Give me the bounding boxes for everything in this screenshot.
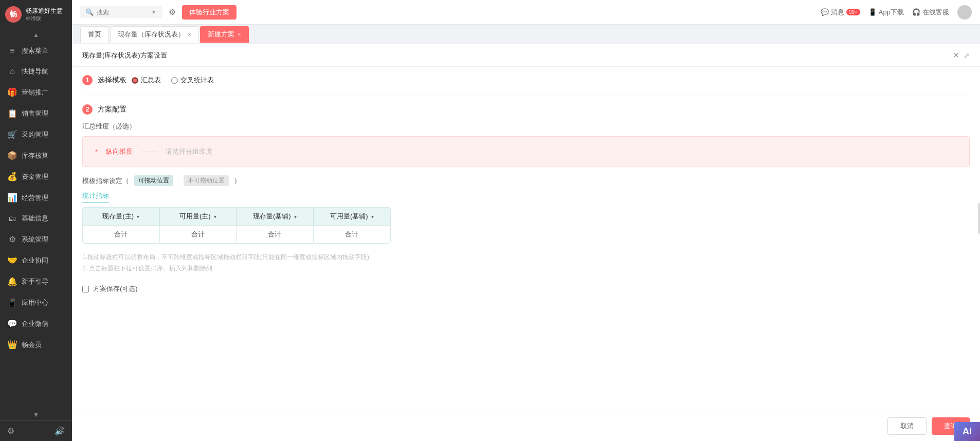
sidebar-item-quick-nav[interactable]: ⌂ 快捷导航 xyxy=(0,61,72,82)
sidebar-item-label: 销售管理 xyxy=(22,109,48,118)
tab-new-plan[interactable]: 新建方案 × xyxy=(200,26,249,43)
stats-table-row-0: 合计 合计 合计 合计 xyxy=(83,225,390,243)
col-header-1[interactable]: 可用量(主) ▾ xyxy=(160,208,237,225)
col-label-0: 现存量(主) xyxy=(102,212,134,221)
radio-crosstab[interactable]: 交叉统计表 xyxy=(171,76,214,85)
sidebar-item-label: 基础信息 xyxy=(22,214,48,223)
messages-action[interactable]: 💬 消息 99+ xyxy=(821,8,860,17)
col-label-2: 现存量(基辅) xyxy=(253,212,291,221)
audio-icon[interactable]: 🔊 xyxy=(55,426,65,436)
panel-body: 1 选择模板 汇总表 交叉统计表 xyxy=(72,67,980,411)
sidebar-item-label: 采购管理 xyxy=(22,130,48,139)
radio-crosstab-label: 交叉统计表 xyxy=(180,76,214,85)
dimension-placeholder[interactable]: 请选择分组维度 xyxy=(166,147,212,156)
trial-button[interactable]: 体验行业方案 xyxy=(182,5,237,20)
sidebar-item-label: 系统管理 xyxy=(22,235,48,244)
dimension-label-text: 汇总维度（必选） xyxy=(82,122,136,130)
tab-inventory-status-label: 现存量（库存状况表） xyxy=(118,30,185,39)
template-radio-group: 汇总表 交叉统计表 xyxy=(132,76,214,85)
save-option: 方案保存(可选) xyxy=(82,284,970,293)
step1-header: 1 选择模板 汇总表 交叉统计表 xyxy=(82,75,970,85)
sidebar-item-label: 资金管理 xyxy=(22,172,48,181)
tab-inventory-status[interactable]: 现存量（库存状况表） × xyxy=(110,26,199,43)
online-service-label: 在线客服 xyxy=(922,8,949,17)
col-header-2[interactable]: 现存量(基辅) ▾ xyxy=(237,208,314,225)
sidebar-item-basic-info[interactable]: 🗂 基础信息 xyxy=(0,208,72,229)
header-gear-icon[interactable]: ⚙ xyxy=(169,7,176,17)
sidebar-item-newbie[interactable]: 🔔 新手引导 xyxy=(0,271,72,292)
save-checkbox[interactable] xyxy=(82,286,89,292)
tab-home-label: 首页 xyxy=(88,30,101,39)
sidebar-item-label: 企业协同 xyxy=(22,256,48,265)
save-option-label: 方案保存(可选) xyxy=(93,284,138,293)
tab-bar: 首页 现存量（库存状况表） × 新建方案 × xyxy=(72,25,980,44)
tab-home[interactable]: 首页 xyxy=(80,26,109,43)
sidebar-item-search-menu[interactable]: ≡ 搜索菜单 xyxy=(0,41,72,61)
sidebar-item-sales[interactable]: 📋 销售管理 xyxy=(0,103,72,124)
tip-1: 2. 点击标题栏下拉可设置排序、插入列和删除列 xyxy=(82,263,970,274)
messages-label: 消息 xyxy=(831,8,844,17)
sidebar-item-purchase[interactable]: 🛒 采购管理 xyxy=(0,124,72,145)
sidebar-item-member[interactable]: 👑 畅会员 xyxy=(0,334,72,355)
sidebar-item-cooperation[interactable]: 🤝 企业协同 xyxy=(0,250,72,271)
search-dropdown-arrow[interactable]: ▼ xyxy=(151,9,156,15)
ai-badge[interactable]: Ai xyxy=(954,422,980,441)
radio-summary-input[interactable] xyxy=(132,77,138,84)
col-header-3[interactable]: 可用量(基辅) ▾ xyxy=(314,208,391,225)
radio-summary-label: 汇总表 xyxy=(141,76,161,85)
header-left: 🔍 ▼ ⚙ 体验行业方案 xyxy=(80,5,237,20)
col-arrow-1[interactable]: ▾ xyxy=(214,214,216,219)
panel-close-button[interactable]: ✕ xyxy=(953,50,959,60)
app-name: 畅康通好生意 xyxy=(26,7,63,15)
sidebar-scroll-down[interactable]: ▼ xyxy=(0,409,72,420)
tab-inventory-close-icon[interactable]: × xyxy=(188,31,191,38)
radio-crosstab-input[interactable] xyxy=(171,77,178,84)
sidebar-item-finance[interactable]: 💰 资金管理 xyxy=(0,166,72,187)
sidebar-item-marketing[interactable]: 🎁 营销推广 xyxy=(0,82,72,103)
footer-bar: 取消 查询 xyxy=(72,411,980,441)
col-arrow-3[interactable]: ▾ xyxy=(371,214,374,219)
sidebar-item-app-center[interactable]: 📱 应用中心 xyxy=(0,292,72,313)
sidebar-item-inventory[interactable]: 📦 库存核算 xyxy=(0,145,72,166)
user-avatar[interactable] xyxy=(957,5,972,20)
sidebar-item-label: 新手引导 xyxy=(22,277,48,286)
cell-0-3: 合计 xyxy=(314,226,391,243)
messages-badge: 99+ xyxy=(846,9,860,15)
sidebar-item-wechat[interactable]: 💬 企业微信 xyxy=(0,313,72,334)
dimension-row: * 纵向维度 —— 请选择分组维度 xyxy=(95,147,957,156)
headset-icon: 🎧 xyxy=(912,8,920,16)
col-arrow-0[interactable]: ▾ xyxy=(137,214,139,219)
online-service-action[interactable]: 🎧 在线客服 xyxy=(912,8,949,17)
step2-title: 方案配置 xyxy=(98,105,126,114)
panel-actions: ✕ ⤢ xyxy=(953,50,970,60)
app-download-action[interactable]: 📱 App下载 xyxy=(868,8,904,17)
stats-table-header: 现存量(主) ▾ 可用量(主) ▾ 现存量(基辅) ▾ xyxy=(83,208,390,225)
handshake-icon: 🤝 xyxy=(7,255,17,265)
panel-expand-button[interactable]: ⤢ xyxy=(964,50,970,60)
col-arrow-2[interactable]: ▾ xyxy=(294,214,297,219)
sidebar-scroll-up[interactable]: ▲ xyxy=(0,29,72,41)
dimension-section-label: 汇总维度（必选） xyxy=(82,122,970,131)
sidebar-item-label: 搜索菜单 xyxy=(22,46,48,56)
phone-icon: 📱 xyxy=(7,298,17,307)
clipboard-icon: 📋 xyxy=(7,108,17,118)
logo-icon: 畅 xyxy=(5,6,22,23)
cell-0-2: 合计 xyxy=(237,226,314,243)
radio-summary[interactable]: 汇总表 xyxy=(132,76,161,85)
search-input[interactable] xyxy=(97,9,148,16)
step2-header: 2 方案配置 xyxy=(82,104,970,115)
tab-new-plan-close-icon[interactable]: × xyxy=(238,31,241,38)
top-header: 🔍 ▼ ⚙ 体验行业方案 💬 消息 99+ 📱 App下载 🎧 在线客服 xyxy=(72,0,980,25)
sidebar-item-system[interactable]: ⚙ 系统管理 xyxy=(0,229,72,250)
cancel-button[interactable]: 取消 xyxy=(887,417,927,435)
side-scroll-indicator xyxy=(978,203,980,234)
cell-0-1: 合计 xyxy=(160,226,237,243)
separator: —— xyxy=(141,147,157,156)
search-bar[interactable]: 🔍 ▼ xyxy=(80,6,162,18)
panel-title: 现存量(库存状况表)方案设置 xyxy=(82,51,167,60)
col-header-0[interactable]: 现存量(主) ▾ xyxy=(83,208,160,225)
phone-icon: 📱 xyxy=(868,8,877,16)
sidebar-item-operation[interactable]: 📊 经营管理 xyxy=(0,187,72,208)
sidebar-item-label: 快捷导航 xyxy=(22,67,48,76)
settings-icon[interactable]: ⚙ xyxy=(7,426,14,436)
